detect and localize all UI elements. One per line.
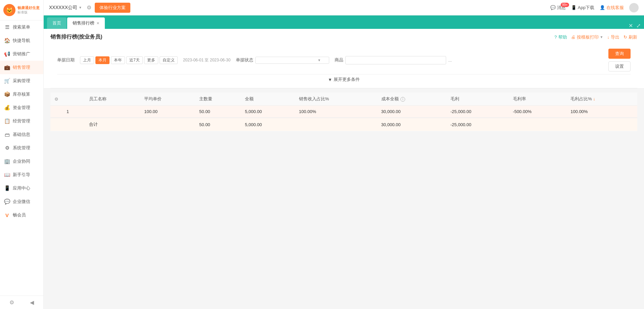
company-selector[interactable]: XXXXXX公司 ▼	[49, 5, 82, 11]
sidebar-item-label: 企业协同	[13, 158, 30, 164]
row-profit-rate-cell: -500.00%	[509, 106, 567, 118]
tabbar-expand-icon[interactable]: ⤢	[636, 22, 641, 29]
footer-qty-cell: 50.00	[195, 118, 241, 131]
sidebar-item-guide[interactable]: 📖 新手引导	[0, 168, 43, 182]
table-footer: 合计 50.00 5,000.00 30,000.00 -25,000.00	[50, 118, 637, 131]
sidebar-item-purchase[interactable]: 🛒 采购管理	[0, 74, 43, 88]
guide-icon: 📖	[4, 172, 10, 178]
sidebar-item-sales[interactable]: 💼 销售管理	[0, 61, 43, 74]
app-download-button[interactable]: 📱 App下载	[571, 5, 594, 11]
print-dropdown-icon: ▼	[600, 35, 603, 39]
expand-filters-button[interactable]: ▼ 展开更多条件	[328, 76, 360, 83]
date-custom-btn[interactable]: 自定义	[160, 56, 178, 64]
trial-button[interactable]: 体验行业方案	[95, 3, 130, 13]
service-label: 在线客服	[606, 5, 624, 11]
row-rank-cell: 1	[62, 106, 85, 118]
page-title: 销售排行榜(按业务员)	[50, 34, 102, 41]
footer-avg-price-cell	[140, 118, 195, 131]
footer-profit-rate-cell	[509, 118, 567, 131]
collapse-sidebar-icon[interactable]: ◀	[30, 299, 34, 306]
status-select[interactable]: ▼	[255, 57, 329, 64]
online-service-button[interactable]: 👤 在线客服	[600, 5, 624, 11]
cost-info-icon[interactable]: i	[400, 97, 405, 102]
sidebar-logo: 🐱 畅康通好生意 标准版	[0, 0, 43, 20]
user-avatar[interactable]	[629, 3, 639, 12]
sidebar-item-label: 畅会员	[13, 212, 26, 218]
page-content: 销售排行榜(按业务员) ? 帮助 🖨 按模板打印 ▼ ↓ 导出	[44, 29, 644, 309]
profit-ratio-sort-icon[interactable]: ↓	[593, 96, 596, 101]
sidebar-item-label: 采购管理	[13, 78, 30, 84]
wechat-icon: 💬	[4, 199, 10, 205]
table-row: 1 100.00 50.00 5,000.00 100.00% 30,000.0…	[50, 106, 637, 118]
help-button[interactable]: ? 帮助	[554, 34, 567, 40]
date-more-btn[interactable]: 更多	[144, 56, 158, 64]
service-icon: 👤	[600, 5, 605, 10]
row-profit-ratio-cell: 100.00%	[566, 106, 637, 118]
company-dropdown-icon: ▼	[79, 6, 82, 9]
finance-icon: 💰	[4, 105, 10, 111]
row-profit-cell: -25,000.00	[446, 106, 509, 118]
date-current-year-btn[interactable]: 本年	[111, 56, 125, 64]
topbar: XXXXXX公司 ▼ ⚙ 体验行业方案 💬 消息 99+ 📱 App下载 👤 在…	[44, 0, 644, 15]
settings-footer-icon[interactable]: ⚙	[9, 299, 14, 306]
message-badge: 99+	[561, 3, 569, 7]
sidebar-item-appcenter[interactable]: 📱 应用中心	[0, 182, 43, 195]
sidebar-item-label: 快捷导航	[13, 38, 30, 44]
col-profit-rate: 毛利率	[509, 93, 567, 106]
sidebar-item-basicinfo[interactable]: 🗃 基础信息	[0, 128, 43, 141]
goods-input[interactable]	[345, 56, 446, 64]
sidebar-item-marketing[interactable]: 📢 营销推广	[0, 47, 43, 61]
logo-title: 畅康通好生意	[17, 5, 40, 10]
table-body: 1 100.00 50.00 5,000.00 100.00% 30,000.0…	[50, 106, 637, 118]
sidebar-item-operation[interactable]: 📋 经营管理	[0, 114, 43, 128]
footer-sales-ratio-cell	[295, 118, 377, 131]
print-label: 按模板打印	[577, 34, 599, 40]
date-current-month-btn[interactable]: 本月	[95, 56, 110, 64]
sidebar-item-label: 销售管理	[13, 64, 30, 70]
tab-sales-rank[interactable]: 销售排行榜 ✕	[67, 17, 105, 29]
footer-cost-cell: 30,000.00	[377, 118, 446, 131]
col-settings[interactable]: ⚙	[50, 93, 62, 106]
sales-icon: 💼	[4, 64, 10, 70]
sidebar-item-inventory[interactable]: 📦 库存核算	[0, 88, 43, 101]
col-rank	[62, 93, 85, 106]
member-icon: V	[4, 212, 10, 218]
expand-down-icon: ▼	[328, 77, 332, 82]
sidebar-footer: ⚙ ◀	[0, 296, 43, 309]
appcenter-icon: 📱	[4, 185, 10, 191]
query-button[interactable]: 查询	[608, 49, 631, 59]
settings-button[interactable]: 设置	[608, 61, 631, 71]
sidebar-item-finance[interactable]: 💰 资金管理	[0, 101, 43, 114]
message-icon: 💬	[550, 5, 556, 10]
sidebar-item-system[interactable]: ⚙ 系统管理	[0, 141, 43, 155]
table-header: ⚙ 员工名称 平均单价 主数量 全额 销售收入占比% 成本全额 i 毛利 毛利率	[50, 93, 637, 106]
date-7days-btn[interactable]: 近7天	[126, 56, 143, 64]
sidebar-item-enterprise[interactable]: 🏢 企业协同	[0, 155, 43, 168]
date-prev-month-btn[interactable]: 上月	[80, 56, 94, 64]
message-button[interactable]: 💬 消息 99+	[550, 5, 566, 11]
row-settings-cell	[50, 106, 62, 118]
tabbar-close-icon[interactable]: ✕	[629, 22, 633, 29]
date-buttons: 上月 本月 本年 近7天 更多 自定义	[80, 56, 178, 64]
print-button[interactable]: 🖨 按模板打印 ▼	[571, 34, 603, 40]
refresh-icon: ↻	[624, 35, 627, 40]
refresh-button[interactable]: ↻ 刷新	[624, 34, 637, 40]
row-name-cell	[85, 106, 140, 118]
sidebar-item-member[interactable]: V 畅会员	[0, 208, 43, 222]
refresh-label: 刷新	[629, 34, 637, 40]
export-button[interactable]: ↓ 导出	[607, 34, 620, 40]
tab-home[interactable]: 首页	[47, 17, 67, 29]
sidebar-item-quicknav[interactable]: 🏠 快捷导航	[0, 34, 43, 47]
filter-row-1: 单据日期 上月 本月 本年 近7天 更多 自定义 2023-06-01 至 20…	[57, 49, 631, 71]
row-sales-ratio-cell: 100.00%	[295, 106, 377, 118]
goods-label: 商品	[335, 57, 343, 63]
tab-close-icon[interactable]: ✕	[96, 21, 99, 25]
company-name: XXXXXX公司	[49, 5, 77, 11]
sidebar-item-wechat[interactable]: 💬 企业微信	[0, 195, 43, 208]
footer-label-cell: 合计	[85, 118, 140, 131]
data-table: ⚙ 员工名称 平均单价 主数量 全额 销售收入占比% 成本全额 i 毛利 毛利率	[50, 93, 637, 131]
help-label: 帮助	[558, 34, 567, 40]
tab-sales-rank-label: 销售排行榜	[73, 20, 94, 26]
sidebar-item-search[interactable]: ☰ 搜索菜单	[0, 20, 43, 34]
topbar-gear-icon[interactable]: ⚙	[87, 4, 91, 11]
